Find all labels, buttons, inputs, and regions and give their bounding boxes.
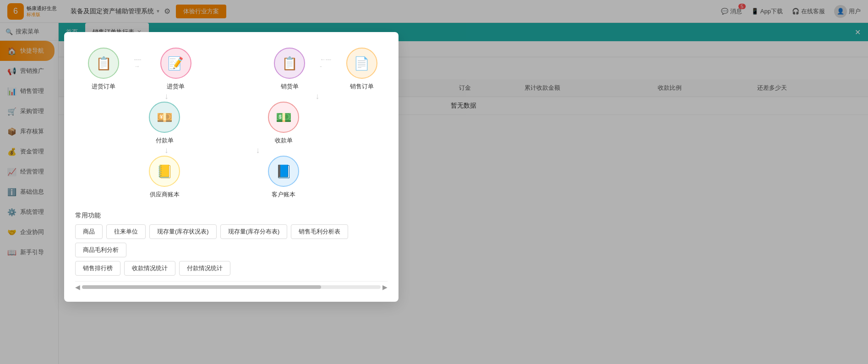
app-wrapper: 6 畅康通好生意 标准版 装备及固定资产辅助管理系统 ▼ ⚙ 体验行业方案 💬 … [0,0,868,364]
scroll-left-icon[interactable]: ◀ [75,283,80,291]
func-btn-receipt-stat[interactable]: 收款情况统计 [124,261,175,276]
sales-order-label: 销售订单 [350,82,374,91]
customer-label: 客户账本 [272,190,295,199]
func-btn-stock-status[interactable]: 现存量(库存状况表) [149,224,217,239]
purchase-order-circle: 📋 [88,48,119,79]
flow-node-purchase[interactable]: 📝 进货单 [147,48,204,91]
func-btn-product[interactable]: 商品 [75,224,103,239]
flow-row-2: 💴 付款单 💵 收款单 [75,102,313,145]
scroll-track[interactable] [82,285,381,289]
func-buttons-row1: 商品 往来单位 现存量(库存状况表) 现存量(库存分布表) 销售毛利分析表 商品… [75,224,388,257]
arrow-sales-order-to-sales: ← - - - - [320,56,332,70]
supplier-circle: 📒 [149,156,180,187]
func-btn-counterpart[interactable]: 往来单位 [106,224,146,239]
flow-node-customer[interactable]: 📘 客户账本 [254,156,313,199]
arrow-down-payment-in: ↓ [228,145,288,156]
func-btn-sales-rank[interactable]: 销售排行榜 [75,261,120,276]
payment-out-label: 付款单 [156,136,174,145]
purchase-label: 进货单 [167,82,185,91]
purchase-circle: 📝 [160,48,191,79]
scroll-right-icon[interactable]: ▶ [382,283,388,291]
flow-node-payment-in[interactable]: 💵 收款单 [254,102,313,145]
payment-in-circle: 💵 [268,102,299,133]
func-btn-product-margin[interactable]: 商品毛利分析 [75,243,126,257]
sales-circle: 📋 [274,48,305,79]
func-buttons-row2: 销售排行榜 收款情况统计 付款情况统计 [75,261,388,276]
arrow-down-purchase: ↓ [164,91,169,102]
arrow-down-sales: ↓ [288,91,347,102]
arrow-down-payment-out: ↓ [164,145,169,156]
purchase-order-label: 进货订单 [92,82,115,91]
func-btn-sales-margin[interactable]: 销售毛利分析表 [291,224,348,239]
flow-diagram: 📋 进货订单 - - - - → 📝 进货单 📋 销货单 ← - - - - [75,43,388,208]
scroll-thumb [82,285,321,289]
flow-arrows-row: ↓ ↓ [75,91,347,102]
flow-node-sales-order[interactable]: 📄 销售订单 [333,48,390,91]
sales-label: 销货单 [281,82,299,91]
payment-out-circle: 💴 [149,102,180,133]
modal-scrollbar: ◀ ▶ [75,281,388,291]
flow-row-3: 📒 供应商账本 📘 客户账本 [75,156,313,199]
flow-node-supplier[interactable]: 📒 供应商账本 [135,156,194,199]
flow-row-1: 📋 进货订单 - - - - → 📝 进货单 📋 销货单 ← - - - - [75,48,390,91]
customer-circle: 📘 [268,156,299,187]
func-btn-stock-dist[interactable]: 现存量(库存分布表) [220,224,288,239]
sales-order-circle: 📄 [346,48,377,79]
common-functions-title: 常用功能 [75,212,388,220]
flow-node-purchase-order[interactable]: 📋 进货订单 [75,48,132,91]
payment-in-label: 收款单 [275,136,293,145]
common-functions: 常用功能 商品 往来单位 现存量(库存状况表) 现存量(库存分布表) 销售毛利分… [75,212,388,276]
flow-arrows-row2: ↓ ↓ [75,145,288,156]
flow-node-sales[interactable]: 📋 销货单 [261,48,318,91]
arrow-purchase-order-to-purchase: - - - - → [134,56,146,70]
flow-node-payment-out[interactable]: 💴 付款单 [135,102,194,145]
quick-nav-modal: 📋 进货订单 - - - - → 📝 进货单 📋 销货单 ← - - - - [64,32,399,302]
func-btn-payment-stat[interactable]: 付款情况统计 [179,261,230,276]
modal-overlay: 📋 进货订单 - - - - → 📝 进货单 📋 销货单 ← - - - - [0,0,868,364]
supplier-label: 供应商账本 [150,190,180,199]
